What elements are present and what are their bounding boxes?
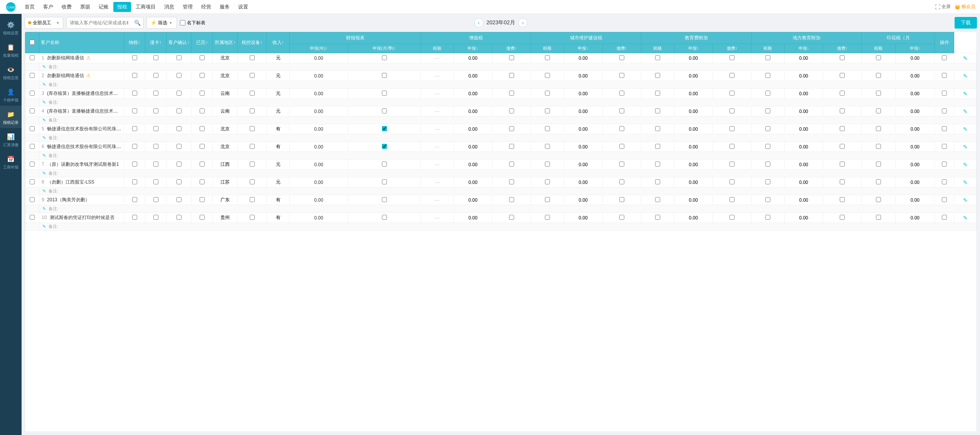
cell-checkbox[interactable] bbox=[250, 73, 255, 78]
filter-button[interactable]: ⚡ 筛选 ▼ bbox=[146, 17, 177, 29]
cell-checkbox[interactable] bbox=[730, 126, 735, 131]
cell-checkbox[interactable] bbox=[942, 108, 947, 113]
cell-checkbox[interactable] bbox=[545, 197, 550, 202]
cell-checkbox[interactable] bbox=[840, 215, 845, 220]
edit-icon[interactable]: ✎ bbox=[963, 179, 968, 185]
cell-checkbox[interactable] bbox=[619, 215, 624, 220]
row-select-checkbox[interactable] bbox=[30, 55, 35, 60]
cell-checkbox[interactable] bbox=[545, 126, 550, 131]
edit-icon[interactable]: ✎ bbox=[963, 197, 968, 203]
cell-checkbox[interactable] bbox=[942, 215, 947, 220]
cell-checkbox[interactable] bbox=[840, 179, 845, 184]
cell-checkbox[interactable] bbox=[545, 162, 550, 167]
row-select-checkbox[interactable] bbox=[30, 215, 35, 220]
cell-checkbox[interactable] bbox=[177, 197, 182, 202]
cell-checkbox[interactable] bbox=[509, 179, 514, 184]
cell-checkbox[interactable] bbox=[177, 144, 182, 149]
cell-checkbox[interactable] bbox=[765, 55, 770, 60]
cell-checkbox[interactable] bbox=[153, 179, 158, 184]
my-table-checkbox[interactable] bbox=[180, 20, 185, 25]
cell-checkbox[interactable] bbox=[382, 162, 387, 167]
cell-checkbox[interactable] bbox=[200, 144, 205, 149]
cell-checkbox[interactable] bbox=[765, 144, 770, 149]
cell-checkbox[interactable] bbox=[177, 108, 182, 113]
cell-checkbox[interactable] bbox=[177, 162, 182, 167]
checked-checkbox[interactable] bbox=[382, 144, 387, 149]
nav-item-charge[interactable]: 收费 bbox=[58, 2, 76, 12]
cell-checkbox[interactable] bbox=[619, 108, 624, 113]
cell-checkbox[interactable] bbox=[730, 162, 735, 167]
nav-item-tax[interactable]: 报税 bbox=[113, 2, 131, 12]
cell-checkbox[interactable] bbox=[942, 197, 947, 202]
cell-checkbox[interactable] bbox=[765, 73, 770, 78]
cell-checkbox[interactable] bbox=[655, 215, 660, 220]
cell-checkbox[interactable] bbox=[153, 144, 158, 149]
cell-checkbox[interactable] bbox=[382, 55, 387, 60]
row-select-checkbox[interactable] bbox=[30, 162, 35, 167]
cell-checkbox[interactable] bbox=[132, 144, 137, 149]
cell-checkbox[interactable] bbox=[655, 179, 660, 184]
cell-checkbox[interactable] bbox=[765, 91, 770, 96]
cell-checkbox[interactable] bbox=[132, 179, 137, 184]
cell-checkbox[interactable] bbox=[132, 108, 137, 113]
cell-checkbox[interactable] bbox=[730, 144, 735, 149]
row-select-checkbox[interactable] bbox=[30, 91, 35, 96]
cell-checkbox[interactable] bbox=[177, 179, 182, 184]
cell-checkbox[interactable] bbox=[132, 55, 137, 60]
cell-checkbox[interactable] bbox=[876, 162, 881, 167]
cell-checkbox[interactable] bbox=[876, 215, 881, 220]
cell-checkbox[interactable] bbox=[132, 162, 137, 167]
cell-checkbox[interactable] bbox=[250, 197, 255, 202]
cell-checkbox[interactable] bbox=[655, 126, 660, 131]
cell-checkbox[interactable] bbox=[153, 197, 158, 202]
cell-checkbox[interactable] bbox=[545, 108, 550, 113]
download-button[interactable]: 下载 bbox=[955, 17, 977, 29]
cell-checkbox[interactable] bbox=[876, 73, 881, 78]
cell-checkbox[interactable] bbox=[545, 55, 550, 60]
cell-checkbox[interactable] bbox=[942, 162, 947, 167]
cell-checkbox[interactable] bbox=[840, 126, 845, 131]
cell-checkbox[interactable] bbox=[942, 126, 947, 131]
cell-checkbox[interactable] bbox=[619, 197, 624, 202]
cell-checkbox[interactable] bbox=[509, 108, 514, 113]
cell-checkbox[interactable] bbox=[200, 162, 205, 167]
sidebar-item-tax-settings[interactable]: ⚙️ 报税设置 bbox=[0, 16, 22, 39]
edit-icon[interactable]: ✎ bbox=[963, 73, 968, 79]
cell-checkbox[interactable] bbox=[655, 91, 660, 96]
cell-checkbox[interactable] bbox=[177, 91, 182, 96]
cell-checkbox[interactable] bbox=[545, 73, 550, 78]
cell-checkbox[interactable] bbox=[876, 126, 881, 131]
cell-checkbox[interactable] bbox=[250, 91, 255, 96]
nav-item-service[interactable]: 服务 bbox=[216, 2, 234, 12]
sidebar-item-annual-settlement[interactable]: 📊 汇算清缴 bbox=[0, 128, 22, 150]
cell-checkbox[interactable] bbox=[509, 197, 514, 202]
cell-checkbox[interactable] bbox=[153, 126, 158, 131]
nav-item-manage[interactable]: 管理 bbox=[179, 2, 197, 12]
cell-checkbox[interactable] bbox=[730, 108, 735, 113]
edit-icon[interactable]: ✎ bbox=[963, 55, 968, 61]
cell-checkbox[interactable] bbox=[153, 91, 158, 96]
nav-item-invoice[interactable]: 票据 bbox=[76, 2, 94, 12]
cell-checkbox[interactable] bbox=[765, 215, 770, 220]
nav-item-bookkeep[interactable]: 记账 bbox=[95, 2, 113, 12]
cell-checkbox[interactable] bbox=[876, 91, 881, 96]
cell-checkbox[interactable] bbox=[200, 197, 205, 202]
nav-item-home[interactable]: 首页 bbox=[21, 2, 39, 12]
cell-checkbox[interactable] bbox=[655, 162, 660, 167]
cell-checkbox[interactable] bbox=[509, 126, 514, 131]
cell-checkbox[interactable] bbox=[200, 91, 205, 96]
row-select-checkbox[interactable] bbox=[30, 126, 35, 131]
my-table-checkbox-label[interactable]: 名下标表 bbox=[180, 20, 205, 26]
cell-checkbox[interactable] bbox=[382, 91, 387, 96]
cell-checkbox[interactable] bbox=[250, 126, 255, 131]
edit-icon[interactable]: ✎ bbox=[963, 144, 968, 150]
cell-checkbox[interactable] bbox=[655, 197, 660, 202]
cell-checkbox[interactable] bbox=[619, 91, 624, 96]
cell-checkbox[interactable] bbox=[876, 55, 881, 60]
cell-checkbox[interactable] bbox=[382, 73, 387, 78]
cell-checkbox[interactable] bbox=[250, 55, 255, 60]
search-button[interactable]: 🔍 bbox=[131, 17, 143, 28]
cell-checkbox[interactable] bbox=[509, 91, 514, 96]
cell-checkbox[interactable] bbox=[619, 179, 624, 184]
nav-item-biz[interactable]: 工商项目 bbox=[132, 2, 160, 12]
